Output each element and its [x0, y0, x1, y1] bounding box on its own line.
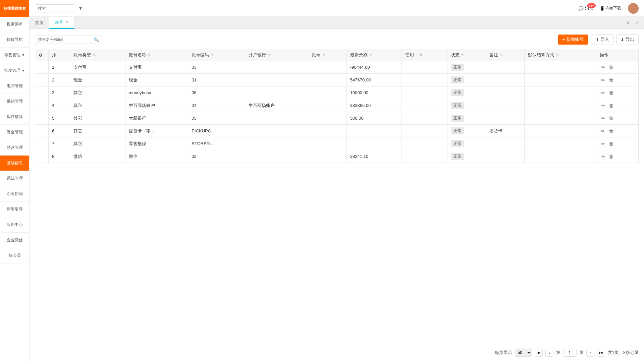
export-button[interactable]: ⬇ 导出: [616, 34, 639, 45]
sidebar-item-search-menu[interactable]: 搜索菜单: [0, 17, 29, 32]
col-account-type[interactable]: 账号类型 ⇅: [70, 49, 125, 61]
col-remark[interactable]: 备注 ⇅: [486, 49, 525, 61]
delete-button[interactable]: 🗑: [607, 153, 615, 160]
col-settlement[interactable]: 默认结算方式 ⇅: [525, 49, 596, 61]
tab-account[interactable]: 账号 ✕: [49, 17, 74, 29]
page-label: 第: [556, 350, 560, 356]
col-account-no[interactable]: 账号 ⇅: [308, 49, 346, 61]
sidebar-item-enterprise-wechat[interactable]: 企业微信: [0, 233, 29, 248]
row-account-no: [308, 74, 346, 86]
add-account-button[interactable]: + 新增账号: [558, 35, 588, 45]
row-account-type: 现金: [70, 74, 125, 86]
col-status[interactable]: 状态 ⇅: [447, 49, 486, 61]
delete-button[interactable]: 🗑: [607, 115, 615, 122]
edit-button[interactable]: ✏: [600, 153, 606, 160]
app-download-button[interactable]: 📱 App下载: [600, 5, 621, 11]
row-bank: [245, 112, 308, 125]
delete-button[interactable]: 🗑: [607, 128, 615, 134]
sidebar-item-retail-mgmt[interactable]: 零售管理 ▼: [0, 48, 29, 63]
col-account-name[interactable]: 账号名称 ⇅: [125, 49, 188, 61]
col-account-code[interactable]: 账号编码 ⇅: [188, 49, 245, 61]
row-actions: ✏ 🗑: [596, 137, 638, 150]
next-page-button[interactable]: ›: [586, 349, 594, 357]
message-button[interactable]: 💬 消息 99+: [579, 5, 593, 11]
tab-account-close-icon[interactable]: ✕: [65, 20, 69, 25]
col-settings[interactable]: ⚙: [35, 49, 49, 61]
table-row: 1 支付宝 支付宝 03 -90444.00 正常 ✏ 🗑: [35, 61, 639, 74]
maximize-window-icon[interactable]: ⤢: [633, 19, 641, 27]
delete-button[interactable]: 🗑: [607, 64, 615, 71]
edit-button[interactable]: ✏: [600, 64, 606, 71]
current-page-input[interactable]: [563, 349, 577, 357]
table-row: 6 其它 提货卡（零... PICKUPC... 正常 提货卡 ✏ 🗑: [35, 125, 639, 137]
sidebar-item-app-center[interactable]: 应用中心: [0, 217, 29, 233]
prev-page-button[interactable]: ‹: [545, 349, 553, 357]
row-settings: [35, 125, 49, 137]
first-page-button[interactable]: ⏮: [535, 349, 543, 357]
row-balance: 383866.00: [346, 99, 401, 112]
sidebar-item-system-mgmt[interactable]: 系统管理: [0, 171, 29, 186]
sidebar-item-purchase-mgmt[interactable]: 采购管理: [0, 94, 29, 109]
row-status: 正常: [447, 74, 486, 86]
row-no: 8: [49, 150, 70, 163]
delete-button[interactable]: 🗑: [607, 89, 615, 96]
row-actions: ✏ 🗑: [596, 112, 638, 125]
export-icon: ⬇: [621, 37, 624, 42]
search-input[interactable]: [38, 37, 92, 42]
row-account-code: 02: [188, 150, 245, 163]
col-bank[interactable]: 开户银行 ⇅: [245, 49, 308, 61]
close-window-icon[interactable]: ✕: [624, 19, 632, 27]
row-account-type: 其它: [70, 137, 125, 150]
row-usage: [402, 150, 447, 163]
edit-button[interactable]: ✏: [600, 77, 606, 83]
delete-button[interactable]: 🗑: [607, 140, 615, 147]
edit-button[interactable]: ✏: [600, 128, 606, 134]
col-usage[interactable]: 使用... ⇅: [402, 49, 447, 61]
row-bank: [245, 150, 308, 163]
row-status: 正常: [447, 137, 486, 150]
row-account-no: [308, 150, 346, 163]
sidebar-item-quick-nav[interactable]: 快捷导航: [0, 32, 29, 48]
page-size-select[interactable]: 50 100: [515, 349, 532, 357]
edit-button[interactable]: ✏: [600, 115, 606, 122]
delete-button[interactable]: 🗑: [607, 102, 615, 109]
sidebar-item-inventory-check[interactable]: 库存核算: [0, 109, 29, 125]
dropdown-button[interactable]: ▾: [79, 5, 82, 11]
row-bank: 中百商场账户: [245, 99, 308, 112]
sidebar-item-wholesale-mgmt[interactable]: 批发管理 ▼: [0, 63, 29, 78]
edit-button[interactable]: ✏: [600, 89, 606, 96]
sidebar-item-member[interactable]: 畅会员: [0, 248, 29, 263]
phone-icon: 📱: [600, 6, 605, 11]
row-settings: [35, 137, 49, 150]
col-balance[interactable]: 最新余额 ⇅: [346, 49, 401, 61]
delete-button[interactable]: 🗑: [607, 77, 615, 83]
sidebar-item-newbie-guide[interactable]: 新手引导: [0, 202, 29, 217]
row-settlement: [525, 74, 596, 86]
row-account-name: 支付宝: [125, 61, 188, 74]
row-account-name: 零售抵现: [125, 137, 188, 150]
import-icon: ⬆: [595, 37, 599, 42]
sidebar-item-ecommerce-mgmt[interactable]: 电商管理: [0, 78, 29, 94]
row-remark: 提货卡: [486, 125, 525, 137]
last-page-button[interactable]: ⏭: [597, 349, 605, 357]
search-box[interactable]: 🔍: [35, 36, 102, 44]
sidebar-item-fund-mgmt[interactable]: 资金管理: [0, 125, 29, 140]
logo-text: 畅捷通财生意: [4, 6, 26, 11]
row-account-type: 其它: [70, 86, 125, 99]
sidebar-item-operation-mgmt[interactable]: 经营管理: [0, 140, 29, 156]
edit-button[interactable]: ✏: [600, 102, 606, 109]
edit-button[interactable]: ✏: [600, 140, 606, 147]
sidebar-item-basic-info[interactable]: 基础信息: [0, 156, 29, 171]
app-download-label: App下载: [606, 5, 621, 11]
top-search-input[interactable]: [35, 4, 75, 12]
col-no: 序: [49, 49, 70, 61]
import-button[interactable]: ⬆ 导入: [591, 34, 613, 45]
user-avatar[interactable]: [628, 3, 639, 14]
sidebar-item-enterprise-agreement[interactable]: 企业协同: [0, 186, 29, 202]
row-status: 正常: [447, 112, 486, 125]
tab-home[interactable]: 首页: [30, 17, 49, 29]
row-no: 6: [49, 125, 70, 137]
row-account-no: [308, 112, 346, 125]
row-account-name: 大新银行: [125, 112, 188, 125]
row-account-type: 其它: [70, 99, 125, 112]
